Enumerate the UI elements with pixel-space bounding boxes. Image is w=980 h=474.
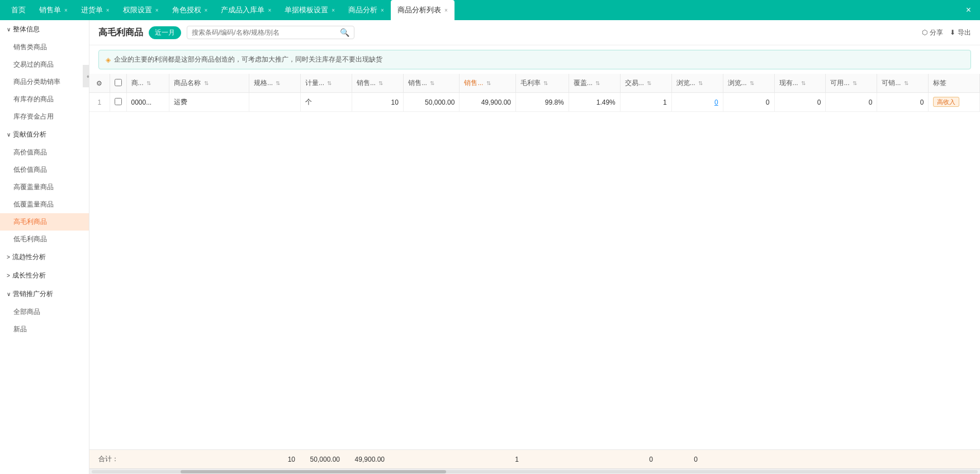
th-view2[interactable]: 浏览... ⇅ [723,74,774,93]
share-button[interactable]: ⬡ 分享 [922,28,943,37]
th-view1[interactable]: 浏览... ⇅ [671,74,723,93]
main-layout: « ∨ 整体信息 销售类商品 交易过的商品 商品分类助销率 有库存的商品 库存资… [0,20,980,474]
nav-tab-product-analysis[interactable]: 商品分析 × [342,0,391,20]
footer-sales-profit: 49,900.00 [344,456,389,463]
row-current-stock: 0 [774,93,826,112]
row-checkbox[interactable] [115,98,122,105]
horizontal-scrollbar[interactable] [89,468,980,474]
sidebar-group-contribution[interactable]: ∨ 贡献值分析 [0,125,89,144]
row-code: 0000... [126,93,169,112]
footer-sales-amount: 50,000.00 [300,456,344,463]
row-view1[interactable]: 0 [671,93,723,112]
th-available-stock[interactable]: 可用... ⇅ [826,74,877,93]
th-sales-qty[interactable]: 销售... ⇅ [352,74,403,93]
sidebar-item-low-coverage[interactable]: 低覆盖量商品 [0,196,89,213]
th-sales-amount[interactable]: 销售... ⇅ [403,74,460,93]
nav-tab-role[interactable]: 角色授权 × [165,0,215,20]
content-area: 高毛利商品 近一月 🔍 ⬡ 分享 ⬇ 导出 ◈ 企业的主要的利润都是这部分商品创… [89,20,980,474]
nav-tab-product-warehouse[interactable]: 产成品入库单 × [214,0,278,20]
scrollbar-thumb[interactable] [181,470,447,473]
footer-transaction: 1 [479,456,523,463]
sidebar-item-sales-products[interactable]: 销售类商品 [0,39,89,56]
close-all-tabs-button[interactable]: × [962,5,976,15]
page-title: 高毛利商品 [98,27,143,39]
nav-tab-purchase[interactable]: 进货单 × [74,0,116,20]
share-icon: ⬡ [922,29,927,36]
close-icon[interactable]: × [106,7,110,13]
th-spec[interactable]: 规格... ⇅ [249,74,301,93]
sidebar-item-low-margin[interactable]: 低毛利商品 [0,231,89,248]
top-navigation: 首页 销售单 × 进货单 × 权限设置 × 角色授权 × 产成品入库单 × 单据… [0,0,980,20]
sidebar-item-traded-products[interactable]: 交易过的商品 [0,56,89,73]
th-unit[interactable]: 计量... ⇅ [301,74,352,93]
close-icon[interactable]: × [381,7,384,13]
th-gross-margin[interactable]: 毛利率 ⇅ [516,74,569,93]
row-checkbox-cell[interactable] [110,93,126,112]
settings-icon[interactable]: ⚙ [96,79,102,87]
nav-tab-sales[interactable]: 销售单 × [32,0,74,20]
sidebar-item-in-stock[interactable]: 有库存的商品 [0,91,89,108]
sort-icon: ⇅ [146,80,151,86]
sidebar-item-low-value[interactable]: 低价值商品 [0,161,89,179]
th-tag[interactable]: 标签 [929,74,980,93]
th-sellable-stock[interactable]: 可销... ⇅ [877,74,929,93]
th-transaction[interactable]: 交易... ⇅ [620,74,671,93]
filter-recent-month-button[interactable]: 近一月 [149,26,181,39]
row-tag: 高收入 [929,93,980,112]
th-name[interactable]: 商品名称 ⇅ [169,74,249,93]
chevron-down-icon: ∨ [7,132,11,138]
row-spec [249,93,301,112]
sidebar-group-marketing[interactable]: ∨ 营销推广分析 [0,285,89,303]
row-coverage: 1.49% [569,93,620,112]
th-sales-profit[interactable]: 销售... ⇅ [460,74,516,93]
nav-tab-home[interactable]: 首页 [4,0,32,20]
close-icon[interactable]: × [205,7,208,13]
sidebar-group-trend[interactable]: > 流趋性分析 [0,248,89,266]
row-view2: 0 [723,93,774,112]
sidebar-item-new-products[interactable]: 新品 [0,321,89,338]
sidebar-item-stock-capital[interactable]: 库存资金占用 [0,108,89,125]
chevron-right-icon: > [7,254,10,260]
alert-banner: ◈ 企业的主要的利润都是这部分商品创造的，可考虑加大推广，同时关注库存是不要出现… [98,50,971,69]
th-settings[interactable]: ⚙ [89,74,110,93]
sidebar-item-high-coverage[interactable]: 高覆盖量商品 [0,179,89,196]
info-icon: ◈ [106,56,111,64]
sidebar-group-overall[interactable]: ∨ 整体信息 [0,20,89,39]
sidebar-item-all-products[interactable]: 全部商品 [0,303,89,321]
sidebar-item-category-sales-rate[interactable]: 商品分类助销率 [0,73,89,91]
sidebar-group-growth[interactable]: > 成长性分析 [0,266,89,285]
sort-icon: ⇅ [430,80,434,86]
close-icon[interactable]: × [64,7,68,13]
sort-icon: ⇅ [853,80,857,86]
th-current-stock[interactable]: 现有... ⇅ [774,74,826,93]
row-transaction: 1 [620,93,671,112]
footer-sales-qty: 10 [255,456,300,463]
sidebar-collapse-button[interactable]: « [83,65,89,87]
nav-tab-template[interactable]: 单据模板设置 × [278,0,342,20]
sidebar-item-high-value[interactable]: 高价值商品 [0,144,89,161]
close-icon[interactable]: × [155,7,159,13]
chevron-right-icon: > [7,273,10,279]
th-checkbox[interactable] [110,74,126,93]
search-input[interactable] [192,29,338,36]
scrollbar-track [92,470,978,473]
sidebar-item-high-margin[interactable]: 高毛利商品 [0,213,89,231]
search-icon[interactable]: 🔍 [340,28,349,37]
close-icon[interactable]: × [444,7,448,13]
select-all-checkbox[interactable] [115,79,122,86]
th-code[interactable]: 商... ⇅ [126,74,169,93]
search-box: 🔍 [187,26,354,39]
close-icon[interactable]: × [332,7,335,13]
nav-tab-permission[interactable]: 权限设置 × [116,0,165,20]
product-table: ⚙ 商... ⇅ 商品名称 ⇅ [89,74,980,112]
close-icon[interactable]: × [268,7,271,13]
chevron-down-icon: ∨ [7,291,11,297]
sort-icon: ⇅ [543,80,548,86]
nav-tab-product-analysis-list[interactable]: 商品分析列表 × [391,0,455,20]
export-button[interactable]: ⬇ 导出 [950,28,971,37]
sort-icon: ⇅ [595,80,600,86]
th-coverage[interactable]: 覆盖... ⇅ [569,74,620,93]
chevron-down-icon: ∨ [7,26,11,32]
row-unit: 个 [301,93,352,112]
sort-icon: ⇅ [750,80,754,86]
